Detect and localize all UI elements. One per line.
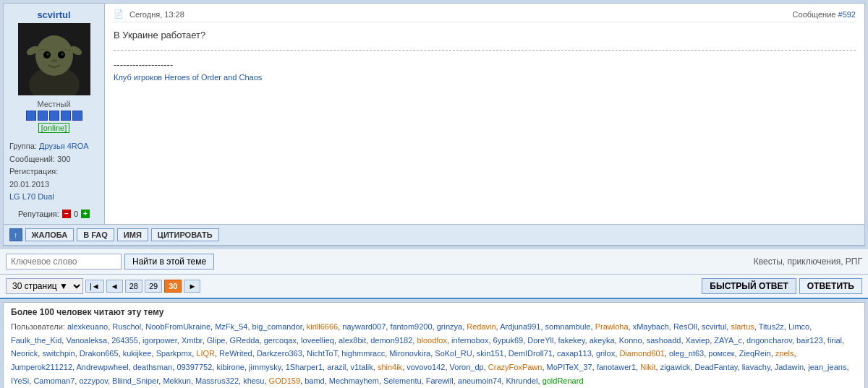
reader-link[interactable]: Ruschol [112,322,141,331]
page-29-btn[interactable]: 29 [145,280,162,293]
reader-link[interactable]: ZAYA_c [714,336,742,345]
reader-link[interactable]: kibirone [216,363,244,371]
reader-link[interactable]: Faulk_the_Kid [11,336,61,345]
reader-link[interactable]: Khrundel [506,376,537,385]
reader-link[interactable]: bair123 [796,336,823,345]
reader-link[interactable]: bamd [305,376,325,385]
reader-link[interactable]: alexkeuano [67,322,108,331]
reader-link[interactable]: akeyka [590,336,615,345]
reader-link[interactable]: zigawick [660,363,691,371]
reader-link[interactable]: jean_jeans [808,363,846,371]
reader-link[interactable]: DemIDroll71 [509,349,553,358]
first-page-btn[interactable]: |◄ [85,280,104,293]
reader-link[interactable]: Selementu [383,376,422,385]
reader-link[interactable]: znels [775,349,794,358]
reader-link[interactable]: Jumperok211212 [11,363,72,371]
reader-link[interactable]: slartus [731,322,754,331]
reader-link[interactable]: sashoadd [647,336,681,345]
rep-plus-btn[interactable]: + [81,210,90,218]
reader-link[interactable]: fakekey [558,336,585,345]
reader-link[interactable]: Xaviep [686,336,710,345]
page-30-btn[interactable]: 30 [164,280,182,293]
rep-minus-btn[interactable]: − [62,210,71,218]
next-page-btn[interactable]: ► [184,280,200,293]
reader-link[interactable]: switchpin [42,349,75,358]
reader-link[interactable]: scvirtul [702,322,726,331]
reader-link[interactable]: ozzypov [79,376,108,385]
reader-link[interactable]: Andrewpwheel [77,363,129,371]
reader-link[interactable]: Prawloha [595,322,629,331]
reader-link[interactable]: dngoncharov [746,336,792,345]
reader-link[interactable]: vovovo142 [407,363,445,371]
reader-link[interactable]: ромсек [708,349,734,358]
page-select[interactable]: 30 страниц ▼ [6,278,83,294]
reader-link[interactable]: 264355 [111,336,138,345]
reader-link[interactable]: shin4ik [378,363,402,371]
reader-link[interactable]: firial [827,336,842,345]
reader-link[interactable]: jimmysky [249,363,281,371]
reader-link[interactable]: Sparkpmx [156,349,192,358]
reader-link[interactable]: SoKol_RU [435,349,472,358]
reader-link[interactable]: DoreYll [527,336,553,345]
reader-link[interactable]: Neorick [11,349,38,358]
reader-link[interactable]: 1Sharper1 [286,363,323,371]
reader-link[interactable]: v1talik [351,363,373,371]
reader-link[interactable]: MzFk_54 [215,322,247,331]
reply-btn[interactable]: ОТВЕТИТЬ [799,278,862,294]
reader-link[interactable]: CrazyFoxPawn [488,363,542,371]
quote-btn[interactable]: ЦИТИРОВАТЬ [151,228,219,241]
page-28-btn[interactable]: 28 [125,280,142,293]
reader-link[interactable]: gercoqax [264,336,297,345]
reader-link[interactable]: goldRenard [542,376,584,385]
reader-link[interactable]: Xmtbr [182,336,203,345]
reader-link[interactable]: Voron_dp [450,363,484,371]
reader-link[interactable]: 09397752 [176,363,212,371]
reader-link[interactable]: ReWrited [219,349,252,358]
reader-link[interactable]: somnambule [545,322,591,331]
reader-link[interactable]: deathsman [133,363,172,371]
group-link[interactable]: Друзья 4ROA [39,142,89,150]
complaint-btn[interactable]: ЖАЛОБА [25,228,75,241]
reader-link[interactable]: MoPITeX_37 [547,363,592,371]
faq-btn[interactable]: В FAQ [77,228,114,241]
reader-link[interactable]: GRedda [230,336,260,345]
reader-link[interactable]: NoobFromUkraine [145,322,210,331]
reader-link[interactable]: GOD159 [269,376,300,385]
reader-link[interactable]: Massrus322 [195,376,239,385]
reader-link[interactable]: Limco [788,322,809,331]
search-button[interactable]: Найти в этой теме [124,254,214,270]
reader-link[interactable]: LIQR [196,349,215,358]
reader-link[interactable]: DeadFantay [694,363,737,371]
reader-link[interactable]: infernobox [451,336,488,345]
reader-link[interactable]: big_comandor [252,322,302,331]
search-input[interactable] [6,254,122,270]
reader-link[interactable]: caxap113 [557,349,592,358]
post-number-link[interactable]: #592 [838,10,856,19]
reader-link[interactable]: kirill6666 [307,322,338,331]
reader-link[interactable]: Bliind_Sniper [112,376,158,385]
reader-link[interactable]: bloodfox [417,336,447,345]
device-link[interactable]: LG L70 Dual [9,192,54,201]
reader-link[interactable]: Ardjuna991 [500,322,540,331]
reader-link[interactable]: Glipe [207,336,226,345]
reader-link[interactable]: oleg_nt63 [669,349,704,358]
reader-link[interactable]: xMaybach [633,322,669,331]
reader-link[interactable]: Mironovkira [389,349,430,358]
reader-link[interactable]: Konno [619,336,642,345]
reader-link[interactable]: grinzya [437,322,462,331]
reader-link[interactable]: Nikit [640,363,655,371]
prev-page-btn[interactable]: ◄ [106,280,123,293]
reader-link[interactable]: fanotawer1 [597,363,636,371]
reader-link[interactable]: skin151 [477,349,504,358]
reader-link[interactable]: Titus2z [759,322,784,331]
reader-link[interactable]: Vanoaleksa [66,336,107,345]
reader-link[interactable]: 6ypuk69 [493,336,524,345]
reader-link[interactable]: demon9182 [370,336,412,345]
reader-link[interactable]: Redavin [467,322,495,331]
reader-link[interactable]: kukijkee [123,349,152,358]
reader-link[interactable]: alex8bit [339,336,366,345]
reader-link[interactable]: ZieqRein [739,349,771,358]
reader-link[interactable]: Mekkun [163,376,191,385]
reader-link[interactable]: Camoman7 [33,376,75,385]
reader-link[interactable]: IYeSi [11,376,29,385]
